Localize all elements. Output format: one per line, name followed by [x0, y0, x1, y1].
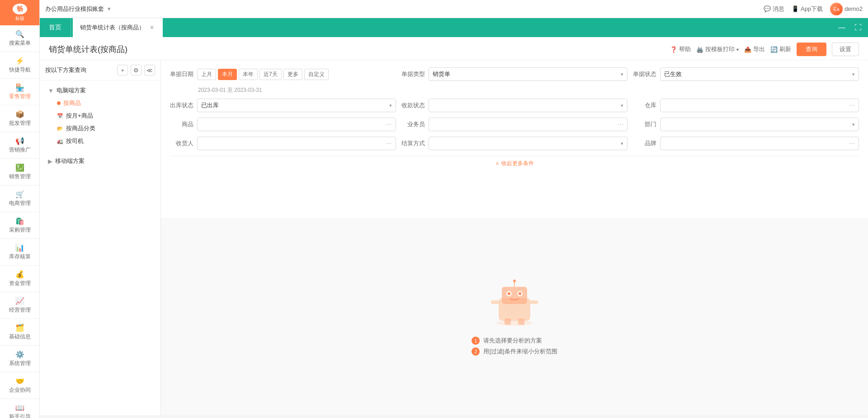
- sidebar-item-marketing[interactable]: 📢 营销推广: [0, 132, 39, 159]
- messages-label: 消息: [773, 5, 784, 13]
- export-icon: 📤: [744, 46, 751, 53]
- sales-icon: 💹: [2, 163, 38, 172]
- category-icon: 📂: [57, 126, 63, 132]
- help-btn[interactable]: ❓ 帮助: [670, 45, 691, 53]
- sidebar-item-finance[interactable]: 💰 资金管理: [0, 266, 39, 292]
- filter-type-select[interactable]: 销货单 ▾: [429, 67, 627, 81]
- panel-settings-btn[interactable]: ⚙: [131, 65, 142, 76]
- search-icon: 🔍: [2, 30, 38, 38]
- minimize-btn[interactable]: —: [835, 21, 848, 34]
- svg-point-8: [513, 280, 516, 282]
- filter-payment-method-label: 结算方式: [401, 139, 425, 147]
- refresh-icon: 🔄: [770, 46, 778, 53]
- date-btn-thisyear[interactable]: 本年: [239, 69, 258, 80]
- sidebar-item-purchase[interactable]: 🛍️ 采购管理: [0, 212, 39, 239]
- maximize-btn[interactable]: ⛶: [852, 21, 864, 34]
- date-btn-7days[interactable]: 近7天: [259, 69, 282, 80]
- date-buttons: 上月 本月 本年 近7天 更多 自定义: [197, 69, 329, 80]
- filter-warehouse-input[interactable]: ···: [660, 99, 859, 112]
- operations-icon: 📈: [2, 297, 38, 305]
- date-btn-thismonth[interactable]: 本月: [218, 69, 237, 80]
- tree-item-by-month-product[interactable]: 📅 按月+商品: [54, 109, 155, 122]
- sidebar-item-cooperation[interactable]: 🤝 企业协同: [0, 372, 39, 399]
- filter-row-2: 出库状态 已出库 ▾ 收款状态 ▾ 仓库: [170, 99, 859, 112]
- user-menu[interactable]: Ea demo2: [830, 3, 863, 15]
- tree-section-desktop-label: 电脑端方案: [57, 86, 86, 95]
- settings-btn[interactable]: 设置: [832, 43, 859, 56]
- tree-item-by-driver-label: 按司机: [66, 137, 84, 145]
- filter-stock-select[interactable]: 已出库 ▾: [197, 99, 396, 112]
- tab-active[interactable]: 销货单统计表（按商品） ✕: [73, 18, 163, 37]
- filter-dept-select[interactable]: ▾: [660, 118, 859, 131]
- date-btn-lastmonth[interactable]: 上月: [197, 69, 216, 80]
- sidebar-item-ecommerce[interactable]: 🛒 电商管理: [0, 185, 39, 212]
- app-download-btn[interactable]: 📱 App下载: [792, 5, 823, 13]
- sidebar-item-guide[interactable]: 📖 新手引导: [0, 399, 39, 418]
- guide-icon: 📖: [2, 404, 38, 412]
- tab-close-btn[interactable]: ✕: [148, 24, 156, 31]
- filter-receiver-input[interactable]: ···: [197, 137, 396, 150]
- industry-name: 办公用品行业模拟账套: [45, 5, 104, 13]
- sidebar-item-shortcuts[interactable]: ⚡ 快捷导航: [0, 52, 39, 79]
- tab-home[interactable]: 首页: [40, 18, 71, 37]
- app-logo: 畅 标版: [0, 0, 40, 25]
- svg-rect-10: [530, 300, 538, 304]
- sidebar-item-basic-label: 基础信息: [2, 333, 38, 341]
- topbar: 办公用品行业模拟账套 ▾ 💬 消息 📱 App下载 Ea demo2: [40, 0, 868, 18]
- sidebar-item-wholesale[interactable]: 📦 批发管理: [0, 105, 39, 132]
- tree-section-mobile: ▶ 移动端方案: [40, 151, 160, 171]
- chevron-down-icon-5: ▾: [852, 122, 855, 128]
- active-dot: [57, 101, 61, 105]
- filter-goods-input[interactable]: ···: [197, 118, 396, 131]
- filter-status-select[interactable]: 已生效 ▾: [660, 67, 859, 81]
- tabbar: 首页 销货单统计表（按商品） ✕ — ⛶: [40, 18, 868, 37]
- tree-item-by-category[interactable]: 📂 按商品分类: [54, 122, 155, 135]
- messages-btn[interactable]: 💬 消息: [764, 5, 784, 13]
- filter-salesman: 业务员 ···: [401, 118, 627, 131]
- sidebar-item-search[interactable]: 🔍 搜索菜单: [0, 25, 39, 52]
- sidebar-item-sales[interactable]: 💹 销售管理: [0, 159, 39, 185]
- refresh-btn[interactable]: 🔄 刷新: [770, 45, 791, 53]
- date-btn-more[interactable]: 更多: [283, 69, 302, 80]
- panel-add-btn[interactable]: +: [117, 65, 128, 76]
- template-print-btn[interactable]: 🖨️ 按模板打印 ▾: [696, 45, 739, 53]
- filter-dept: 部门 ▾: [633, 118, 859, 131]
- filter-date-label: 单据日期: [170, 70, 193, 78]
- print-icon: 🖨️: [696, 46, 703, 53]
- empty-hint-2: 2 用[过滤]条件来缩小分析范围: [472, 347, 557, 356]
- tree-item-by-product[interactable]: 按商品: [54, 97, 155, 109]
- print-arrow: ▾: [736, 47, 739, 52]
- filter-payment-method-select[interactable]: ▾: [429, 137, 627, 150]
- tree-section-desktop-header[interactable]: ▼ 电脑端方案: [45, 84, 155, 97]
- sidebar-item-basic[interactable]: 🗂️ 基础信息: [0, 319, 39, 346]
- svg-rect-11: [505, 318, 511, 325]
- sidebar-item-search-label: 搜索菜单: [2, 39, 38, 47]
- filter-area: 单据日期 上月 本月 本年 近7天 更多 自定义: [161, 60, 868, 218]
- gear-icon: ⚙: [133, 67, 139, 74]
- filter-payment-method: 结算方式 ▾: [401, 137, 627, 150]
- export-btn[interactable]: 📤 导出: [744, 45, 765, 53]
- filter-payment-status-select[interactable]: ▾: [429, 99, 627, 112]
- date-btn-custom[interactable]: 自定义: [304, 69, 329, 80]
- tree-section-mobile-header[interactable]: ▶ 移动端方案: [45, 155, 155, 167]
- sidebar-item-inventory[interactable]: 📊 库存核算: [0, 239, 39, 266]
- sidebar-item-operations[interactable]: 📈 经营管理: [0, 292, 39, 319]
- more-dots-icon-3: ···: [618, 120, 623, 128]
- sidebar-item-wholesale-label: 批发管理: [2, 119, 38, 127]
- panel-collapse-btn[interactable]: ≪: [144, 65, 155, 76]
- filter-brand-input[interactable]: ···: [660, 137, 859, 150]
- sidebar-item-retail[interactable]: 🏪 零售管理: [0, 79, 39, 105]
- filter-salesman-input[interactable]: ···: [429, 118, 627, 131]
- chevron-down-icon-4: ▾: [621, 103, 623, 109]
- date-range-display: 2023-03-01 至 2023-03-31: [170, 86, 859, 94]
- collapse-bar[interactable]: ∧ 收起更多条件: [170, 156, 859, 171]
- filter-warehouse-label: 仓库: [633, 101, 656, 109]
- query-btn[interactable]: 查询: [797, 43, 826, 56]
- phone-icon: 📱: [792, 5, 799, 12]
- tree-item-by-driver[interactable]: 🚛 按司机: [54, 135, 155, 147]
- dropdown-arrow[interactable]: ▾: [108, 5, 111, 12]
- sidebar-item-ecommerce-label: 电商管理: [2, 200, 38, 207]
- filter-payment-status-label: 收款状态: [401, 101, 425, 109]
- help-label: 帮助: [679, 45, 691, 53]
- sidebar-item-system[interactable]: ⚙️ 系统管理: [0, 346, 39, 372]
